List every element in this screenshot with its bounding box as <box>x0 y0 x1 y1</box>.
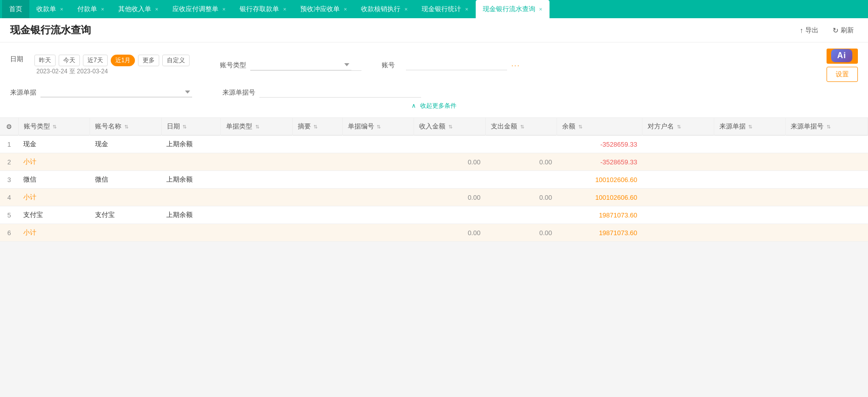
nav-tab-fukuandan[interactable]: 付款单 × <box>70 0 111 18</box>
cell-summary <box>292 171 342 189</box>
col-doc-no[interactable]: 单据编号 ⇅ <box>342 118 414 136</box>
sort-icon: ⇅ <box>827 124 831 129</box>
cell-doc-no <box>342 189 414 206</box>
col-expense[interactable]: 支出金额 ⇅ <box>485 118 557 136</box>
cell-date: 上期余额 <box>161 206 221 224</box>
col-date[interactable]: 日期 ⇅ <box>161 118 221 136</box>
source-doc-label: 来源单据 <box>10 88 36 97</box>
cell-counterpart <box>643 189 714 206</box>
nav-tab-yinhangcunqu[interactable]: 银行存取款单 × <box>233 0 293 18</box>
sort-icon: ⇅ <box>520 124 524 129</box>
nav-tab-qitashouru[interactable]: 其他收入单 × <box>111 0 165 18</box>
refresh-button[interactable]: ↻ 刷新 <box>829 24 858 37</box>
cell-account-name <box>90 224 162 242</box>
col-account-name[interactable]: 账号名称 ⇅ <box>90 118 162 136</box>
col-source-doc-no[interactable]: 来源单据号 ⇅ <box>786 118 868 136</box>
date-btn-today[interactable]: 今天 <box>59 55 80 66</box>
cell-account-type: 小计 <box>18 189 90 206</box>
cell-account-type: 支付宝 <box>18 206 90 224</box>
cell-counterpart <box>643 206 714 224</box>
cell-summary <box>292 224 342 242</box>
cell-account-name: 微信 <box>90 171 162 189</box>
more-dots-icon[interactable]: ··· <box>511 61 520 69</box>
col-summary[interactable]: 摘要 ⇅ <box>292 118 342 136</box>
close-icon[interactable]: × <box>60 6 63 12</box>
export-button[interactable]: ↑ 导出 <box>796 24 823 37</box>
account-label: 账号 <box>382 61 402 70</box>
date-btn-custom[interactable]: 自定义 <box>162 55 190 66</box>
close-icon[interactable]: × <box>404 6 407 12</box>
ai-badge[interactable]: Ai <box>831 49 852 62</box>
close-icon[interactable]: × <box>465 6 468 12</box>
filter-area: 日期 昨天 今天 近7天 近1月 更多 自定义 2023-02-24 至 202… <box>0 42 868 118</box>
cell-doc-type <box>221 136 293 153</box>
nav-tab-xianjinyinhang-tongji[interactable]: 现金银行统计 × <box>415 0 475 18</box>
nav-home[interactable]: 首页 <box>2 0 29 18</box>
settings-button[interactable]: 设置 <box>827 67 858 82</box>
cell-source-doc <box>714 224 786 242</box>
cell-balance: -3528659.33 <box>557 153 643 171</box>
cell-balance: 19871073.60 <box>557 206 643 224</box>
cell-account-name <box>90 153 162 171</box>
cell-source-doc <box>714 171 786 189</box>
cell-source-doc-no <box>786 136 868 153</box>
nav-tab-shoukuandan[interactable]: 收款单 × <box>29 0 70 18</box>
account-type-select[interactable] <box>250 60 351 70</box>
col-account-type[interactable]: 账号类型 ⇅ <box>18 118 90 136</box>
date-btn-1month[interactable]: 近1月 <box>111 55 135 66</box>
cell-source-doc-no <box>786 153 868 171</box>
date-btn-more[interactable]: 更多 <box>138 55 159 66</box>
account-type-label: 账号类型 <box>220 61 246 70</box>
cell-doc-no <box>342 206 414 224</box>
nav-tab-shoukuanhexiao[interactable]: 收款核销执行 × <box>354 0 415 18</box>
cell-counterpart <box>643 171 714 189</box>
cell-expense: 0.00 <box>485 153 557 171</box>
cell-balance: 100102606.60 <box>557 171 643 189</box>
col-counterpart[interactable]: 对方户名 ⇅ <box>643 118 714 136</box>
nav-tab-yingshoutiaozheng[interactable]: 应收应付调整单 × <box>165 0 233 18</box>
cell-summary <box>292 189 342 206</box>
date-btn-yesterday[interactable]: 昨天 <box>34 55 56 66</box>
source-doc-num-input[interactable] <box>259 87 421 98</box>
cell-doc-type <box>221 171 293 189</box>
cell-expense: 0.00 <box>485 189 557 206</box>
close-icon[interactable]: × <box>344 6 347 12</box>
col-doc-type[interactable]: 单据类型 ⇅ <box>221 118 293 136</box>
cell-income: 0.00 <box>414 224 486 242</box>
filter-row-source: 来源单据 来源单据号 <box>10 87 858 98</box>
nav-tab-yushouying[interactable]: 预收冲应收单 × <box>293 0 354 18</box>
cell-doc-no <box>342 136 414 153</box>
close-icon[interactable]: × <box>222 6 225 12</box>
col-source-doc[interactable]: 来源单据 ⇅ <box>714 118 786 136</box>
cell-expense <box>485 136 557 153</box>
close-icon[interactable]: × <box>283 6 286 12</box>
data-table: ⚙ 账号类型 ⇅ 账号名称 ⇅ 日期 ⇅ 单据类型 ⇅ 摘 <box>0 118 868 242</box>
close-icon[interactable]: × <box>155 6 158 12</box>
cell-doc-type <box>221 153 293 171</box>
cell-account-name: 现金 <box>90 136 162 153</box>
sort-icon: ⇅ <box>255 124 259 129</box>
col-income[interactable]: 收入金额 ⇅ <box>414 118 486 136</box>
table-row: 2小计0.000.00-3528659.33 <box>0 153 868 171</box>
col-gear[interactable]: ⚙ <box>0 118 18 136</box>
cell-date: 上期余额 <box>161 136 221 153</box>
date-btn-7days[interactable]: 近7天 <box>83 55 108 66</box>
cell-expense <box>485 206 557 224</box>
cell-source-doc <box>714 153 786 171</box>
cell-counterpart <box>643 224 714 242</box>
cell-doc-type <box>221 206 293 224</box>
account-input[interactable] <box>406 60 507 70</box>
cell-doc-no <box>342 153 414 171</box>
nav-tab-xianjinyinhang-liushui[interactable]: 现金银行流水查询 × <box>476 0 550 18</box>
collapse-bar[interactable]: ∧ 收起更多条件 <box>10 100 858 112</box>
cell-income: 0.00 <box>414 153 486 171</box>
cell-summary <box>292 153 342 171</box>
source-doc-select[interactable] <box>40 87 192 97</box>
export-icon: ↑ <box>800 26 803 34</box>
close-icon[interactable]: × <box>101 6 104 12</box>
close-icon[interactable]: × <box>539 6 542 12</box>
row-number: 6 <box>0 224 18 242</box>
sort-icon: ⇅ <box>124 124 128 129</box>
table-container: ⚙ 账号类型 ⇅ 账号名称 ⇅ 日期 ⇅ 单据类型 ⇅ 摘 <box>0 118 868 242</box>
col-balance[interactable]: 余额 ⇅ <box>557 118 643 136</box>
